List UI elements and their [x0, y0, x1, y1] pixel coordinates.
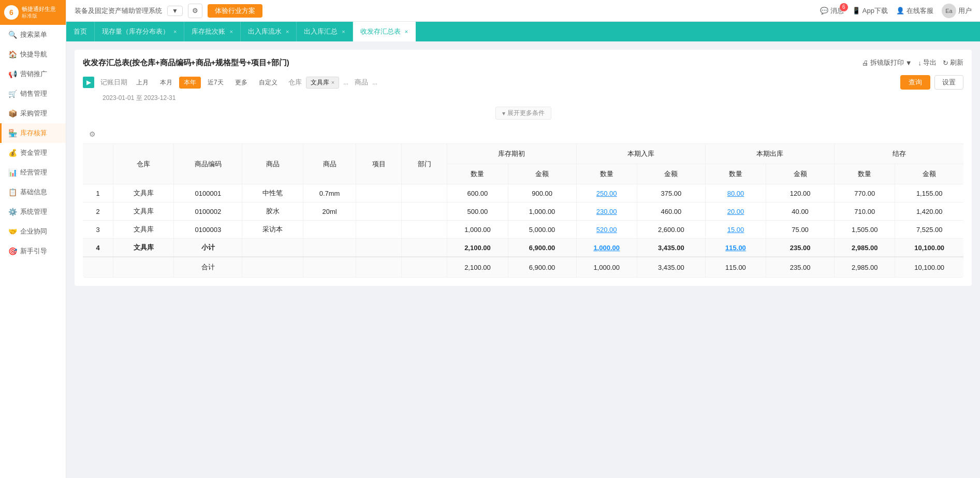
tab-stock-summary[interactable]: 收发存汇总表 ×	[353, 22, 416, 41]
tab-inout-flow-label: 出入库流水	[248, 27, 282, 36]
date-btn-this-year[interactable]: 本年	[179, 77, 201, 89]
subtotal-opening-qty: 2,100.00	[447, 239, 508, 257]
sidebar-item-enterprise[interactable]: 🤝 企业协同	[0, 222, 66, 241]
tab-inout-flow-close[interactable]: ×	[286, 28, 289, 35]
warehouse-tag-text: 文具库	[311, 78, 329, 87]
row3-out-qty[interactable]: 15.00	[705, 221, 766, 239]
goods-label: 商品	[355, 78, 368, 87]
row1-opening-amount: 900.00	[508, 184, 576, 202]
expand-more-button[interactable]: ▾ 展开更多条件	[495, 107, 551, 120]
row1-out-amount: 120.00	[766, 184, 835, 202]
row2-opening-amount: 1,000.00	[508, 202, 576, 221]
th-dept: 部门	[402, 144, 447, 184]
tab-stock-summary-close[interactable]: ×	[405, 28, 408, 35]
sidebar-item-quick-nav[interactable]: 🏠 快捷导航	[0, 45, 66, 64]
row3-project	[356, 221, 402, 239]
row2-out-qty[interactable]: 20.00	[705, 202, 766, 221]
finance-icon: 💰	[8, 149, 17, 157]
date-btn-this-month[interactable]: 本月	[155, 77, 177, 89]
sidebar-item-operation[interactable]: 📊 经营管理	[0, 163, 66, 182]
sidebar-item-inventory[interactable]: 🏪 库存核算	[0, 123, 66, 143]
tab-stock-dist[interactable]: 现存量（库存分布表） ×	[95, 22, 184, 41]
message-badge: 6	[840, 3, 848, 11]
print-button[interactable]: 🖨 拆镜版打印 ▼	[862, 58, 912, 67]
sidebar-item-guide[interactable]: 🎯 新手引导	[0, 241, 66, 261]
purchase-icon: 📦	[8, 109, 17, 118]
row3-closing-amount: 7,525.00	[895, 221, 963, 239]
message-action[interactable]: 💬 消息 6	[820, 6, 844, 16]
row3-in-qty[interactable]: 520.00	[576, 221, 637, 239]
table-toolbar: ⚙	[83, 125, 963, 144]
tab-batch[interactable]: 库存批次账 ×	[184, 22, 240, 41]
tab-stock-dist-close[interactable]: ×	[173, 28, 177, 35]
subtotal-in-qty[interactable]: 1,000.00	[576, 239, 637, 257]
online-service-action[interactable]: 👤 在线客服	[896, 6, 933, 16]
row2-out-amount: 40.00	[766, 202, 835, 221]
refresh-button[interactable]: ↻ 刷新	[943, 58, 963, 67]
subtotal-out-qty[interactable]: 115.00	[705, 239, 766, 257]
th-out-amount: 金额	[766, 164, 835, 184]
system-title: 装备及固定资产辅助管理系统	[75, 6, 162, 16]
row3-opening-amount: 5,000.00	[508, 221, 576, 239]
table-settings-icon[interactable]: ⚙	[89, 130, 96, 138]
date-btn-7days[interactable]: 近7天	[203, 77, 228, 89]
app-download-action[interactable]: 📱 App下载	[852, 6, 888, 16]
row1-closing-amount: 1,155.00	[895, 184, 963, 202]
user-action[interactable]: Ea 用户	[942, 4, 972, 18]
sidebar-item-finance[interactable]: 💰 资金管理	[0, 143, 66, 163]
row2-name: 胶水	[242, 202, 303, 221]
tab-home[interactable]: 首页	[66, 22, 95, 41]
query-button[interactable]: 查询	[900, 75, 930, 90]
logo-subtitle: 标准版	[22, 12, 56, 20]
th-out-qty: 数量	[705, 164, 766, 184]
tab-inout-summary[interactable]: 出入库汇总 ×	[297, 22, 353, 41]
marketing-icon: 📢	[8, 70, 17, 78]
total-row: 合计 2,100.00 6,900.00 1,000.00 3,435.00 1…	[83, 257, 963, 278]
row1-in-qty[interactable]: 250.00	[576, 184, 637, 202]
table-row: 1 文具库 0100001 中性笔 0.7mm 600.00 900.00 25…	[83, 184, 963, 202]
sidebar-item-marketing[interactable]: 📢 营销推广	[0, 64, 66, 84]
phone-icon: 📱	[852, 7, 860, 15]
sidebar-item-label: 采购管理	[20, 109, 47, 118]
tab-inout-summary-close[interactable]: ×	[342, 28, 345, 35]
date-btn-last-month[interactable]: 上月	[131, 77, 153, 89]
tab-batch-close[interactable]: ×	[229, 28, 232, 35]
row2-in-amount: 460.00	[637, 202, 705, 221]
th-group-closing: 结存	[835, 144, 963, 164]
print-icon: 🖨	[862, 59, 869, 67]
filter-expand-button[interactable]: ▶	[83, 77, 94, 88]
th-in-amount: 金额	[637, 164, 705, 184]
row3-in-amount: 2,600.00	[637, 221, 705, 239]
warehouse-more-dots[interactable]: ...	[343, 79, 348, 86]
export-button[interactable]: ↓ 导出	[918, 58, 937, 67]
sidebar-item-label: 资金管理	[20, 148, 47, 157]
subtotal-num: 4	[83, 239, 113, 257]
page-header-row: 收发存汇总表(按仓库+商品编码+商品+规格型号+项目+部门) 🖨 拆镜版打印 ▼…	[83, 58, 963, 75]
tab-inout-flow[interactable]: 出入库流水 ×	[241, 22, 297, 41]
row1-in-amount: 375.00	[637, 184, 705, 202]
subtotal-warehouse: 文具库	[113, 239, 174, 257]
home-icon: 🏠	[8, 50, 17, 59]
sidebar-item-system[interactable]: ⚙️ 系统管理	[0, 202, 66, 222]
sidebar-item-search[interactable]: 🔍 搜索菜单	[0, 25, 66, 45]
goods-more-dots[interactable]: ...	[372, 79, 377, 86]
sidebar-logo: 6 畅捷通好生意 标准版	[0, 0, 66, 25]
inventory-icon: 🏪	[8, 129, 17, 137]
basic-icon: 📋	[8, 188, 17, 196]
th-in-qty: 数量	[576, 164, 637, 184]
row2-in-qty[interactable]: 230.00	[576, 202, 637, 221]
page-title: 收发存汇总表(按仓库+商品编码+商品+规格型号+项目+部门)	[83, 58, 289, 68]
system-select[interactable]: ▼	[167, 6, 183, 16]
date-btn-custom[interactable]: 自定义	[254, 77, 282, 89]
tab-stock-dist-label: 现存量（库存分布表）	[102, 27, 169, 36]
set-button[interactable]: 设置	[934, 75, 963, 90]
th-group-in: 本期入库	[576, 144, 705, 164]
date-btn-more[interactable]: 更多	[230, 77, 252, 89]
sidebar-item-purchase[interactable]: 📦 采购管理	[0, 104, 66, 123]
trial-button[interactable]: 体验行业方案	[208, 4, 262, 18]
sidebar-item-basic[interactable]: 📋 基础信息	[0, 182, 66, 202]
row1-out-qty[interactable]: 80.00	[705, 184, 766, 202]
warehouse-tag-close[interactable]: ×	[331, 79, 334, 85]
sidebar-item-sales[interactable]: 🛒 销售管理	[0, 84, 66, 104]
gear-button[interactable]: ⚙	[188, 4, 202, 18]
